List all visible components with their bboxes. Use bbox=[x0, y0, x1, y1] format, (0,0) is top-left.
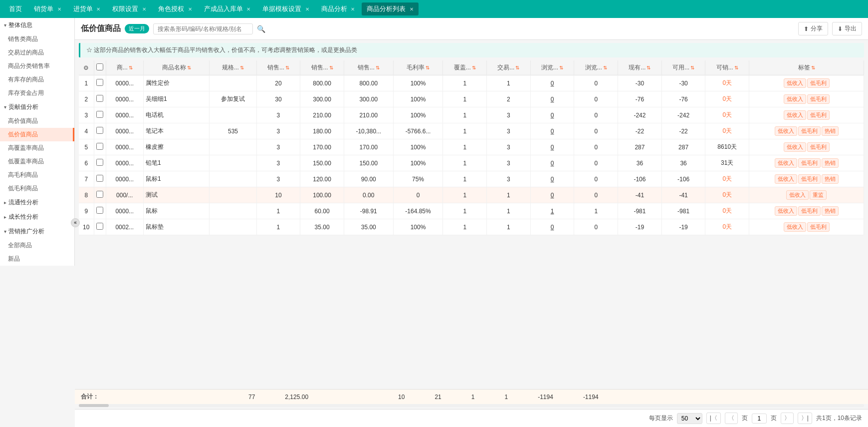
close-icon[interactable]: ✕ bbox=[305, 6, 309, 12]
th-name[interactable]: 商品名称⇅ bbox=[144, 60, 210, 75]
row-checkbox-cell[interactable] bbox=[94, 187, 106, 203]
row-checkbox-cell[interactable] bbox=[94, 139, 106, 155]
row-browse1[interactable]: 0 bbox=[530, 171, 574, 187]
browse-link[interactable]: 0 bbox=[551, 96, 554, 103]
row-checkbox-cell[interactable] bbox=[94, 203, 106, 219]
sidebar-section-liquidity[interactable]: ▸ 流通性分析 bbox=[0, 195, 74, 210]
sidebar-item-sales-category[interactable]: 销售类商品 bbox=[0, 32, 74, 46]
sidebar-item-low-margin[interactable]: 低毛利商品 bbox=[0, 182, 74, 195]
export-button[interactable]: ⬇ 导出 bbox=[832, 22, 862, 35]
sidebar-item-high-coverage[interactable]: 高覆盖率商品 bbox=[0, 141, 74, 155]
nav-home[interactable]: 首页 bbox=[4, 2, 27, 15]
sidebar-item-new-products[interactable]: 新品 bbox=[0, 252, 74, 266]
sidebar-section-marketing[interactable]: ▾ 营销推广分析 bbox=[0, 224, 74, 239]
row-checkbox[interactable] bbox=[96, 111, 103, 118]
row-browse1[interactable]: 1 bbox=[530, 203, 574, 219]
nav-product-analysis[interactable]: 商品分析 ✕ bbox=[316, 2, 360, 15]
sidebar-section-general[interactable]: ▾ 整体信息 bbox=[0, 18, 74, 32]
browse-link[interactable]: 0 bbox=[551, 144, 554, 151]
sidebar-item-high-margin[interactable]: 高毛利商品 bbox=[0, 168, 74, 182]
th-spec[interactable]: 规格...⇅ bbox=[210, 60, 256, 75]
browse-link[interactable]: 0 bbox=[551, 224, 554, 231]
th-code[interactable]: 商...⇅ bbox=[106, 60, 144, 75]
th-saleable[interactable]: 可销...⇅ bbox=[705, 60, 749, 75]
close-icon[interactable]: ✕ bbox=[246, 6, 250, 12]
browse-link[interactable]: 0 bbox=[551, 192, 554, 199]
nav-template[interactable]: 单据模板设置 ✕ bbox=[257, 2, 314, 15]
nav-product-in[interactable]: 产成品入库单 ✕ bbox=[199, 2, 256, 15]
row-checkbox[interactable] bbox=[96, 143, 103, 150]
select-all-checkbox[interactable] bbox=[96, 63, 103, 70]
sidebar-item-capital[interactable]: 库存资金占用 bbox=[0, 86, 74, 100]
nav-product-analysis-list[interactable]: 商品分析列表 ✕ bbox=[362, 2, 419, 15]
prev-page-button[interactable]: 〈 bbox=[725, 413, 738, 424]
close-icon[interactable]: ✕ bbox=[57, 6, 61, 12]
th-avg-amount[interactable]: 销售...⇅ bbox=[344, 60, 393, 75]
close-icon[interactable]: ✕ bbox=[410, 6, 414, 12]
th-tags[interactable]: 标签⇅ bbox=[749, 60, 864, 75]
row-checkbox-cell[interactable] bbox=[94, 107, 106, 123]
nav-purchase[interactable]: 进货单 ✕ bbox=[68, 2, 106, 15]
search-input[interactable] bbox=[153, 23, 253, 34]
row-browse1[interactable]: 0 bbox=[530, 75, 574, 91]
row-browse1[interactable]: 0 bbox=[530, 219, 574, 235]
browse-link[interactable]: 0 bbox=[551, 160, 554, 167]
row-checkbox[interactable] bbox=[96, 191, 103, 198]
row-checkbox[interactable] bbox=[96, 175, 103, 182]
nav-role[interactable]: 角色授权 ✕ bbox=[153, 2, 197, 15]
row-checkbox[interactable] bbox=[96, 223, 103, 230]
row-checkbox-cell[interactable] bbox=[94, 123, 106, 139]
row-browse1[interactable]: 0 bbox=[530, 187, 574, 203]
th-stock[interactable]: 现有...⇅ bbox=[618, 60, 662, 75]
sidebar-item-all-products[interactable]: 全部商品 bbox=[0, 239, 74, 252]
close-icon[interactable]: ✕ bbox=[351, 6, 355, 12]
row-checkbox-cell[interactable] bbox=[94, 219, 106, 235]
sidebar-item-high-value[interactable]: 高价值商品 bbox=[0, 114, 74, 128]
row-checkbox-cell[interactable] bbox=[94, 155, 106, 171]
sidebar-section-growth[interactable]: ▸ 成长性分析 bbox=[0, 210, 74, 224]
th-qty[interactable]: 销售...⇅ bbox=[256, 60, 300, 75]
sidebar-item-in-stock[interactable]: 有库存的商品 bbox=[0, 73, 74, 86]
th-amount[interactable]: 销售...⇅ bbox=[300, 60, 344, 75]
search-icon[interactable]: 🔍 bbox=[257, 25, 265, 33]
row-checkbox[interactable] bbox=[96, 127, 103, 134]
sidebar-item-low-value[interactable]: 低价值商品 bbox=[0, 128, 74, 141]
nav-permission[interactable]: 权限设置 ✕ bbox=[107, 2, 151, 15]
time-badge[interactable]: 近一月 bbox=[125, 24, 149, 33]
gear-icon[interactable]: ⚙ bbox=[83, 64, 89, 71]
row-checkbox-cell[interactable] bbox=[94, 75, 106, 91]
th-checkbox[interactable] bbox=[94, 60, 106, 75]
row-browse1[interactable]: 0 bbox=[530, 155, 574, 171]
row-checkbox-cell[interactable] bbox=[94, 171, 106, 187]
row-checkbox[interactable] bbox=[96, 95, 103, 102]
th-browse1[interactable]: 浏览...⇅ bbox=[530, 60, 574, 75]
row-browse1[interactable]: 0 bbox=[530, 91, 574, 107]
close-icon[interactable]: ✕ bbox=[188, 6, 192, 12]
th-coverage[interactable]: 覆盖...⇅ bbox=[443, 60, 487, 75]
close-icon[interactable]: ✕ bbox=[142, 6, 146, 12]
th-browse2[interactable]: 浏览...⇅ bbox=[574, 60, 618, 75]
row-checkbox[interactable] bbox=[96, 79, 103, 86]
browse-link[interactable]: 0 bbox=[551, 128, 554, 135]
row-browse1[interactable]: 0 bbox=[530, 107, 574, 123]
close-icon[interactable]: ✕ bbox=[96, 6, 100, 12]
sidebar-section-contribution[interactable]: ▾ 贡献值分析 bbox=[0, 100, 74, 114]
sidebar-item-low-coverage[interactable]: 低覆盖率商品 bbox=[0, 155, 74, 168]
browse-link[interactable]: 1 bbox=[551, 208, 554, 215]
row-checkbox-cell[interactable] bbox=[94, 91, 106, 107]
row-browse1[interactable]: 0 bbox=[530, 123, 574, 139]
row-checkbox[interactable] bbox=[96, 159, 103, 166]
row-checkbox[interactable] bbox=[96, 207, 103, 214]
sidebar-item-traded[interactable]: 交易过的商品 bbox=[0, 46, 74, 59]
last-page-button[interactable]: 〉| bbox=[798, 413, 812, 424]
browse-link[interactable]: 0 bbox=[551, 176, 554, 183]
next-page-button[interactable]: 〉 bbox=[781, 413, 794, 424]
share-button[interactable]: ⬆ 分享 bbox=[798, 22, 828, 35]
sidebar-item-category-sales-rate[interactable]: 商品分类销售率 bbox=[0, 59, 74, 73]
th-transaction[interactable]: 交易...⇅ bbox=[487, 60, 531, 75]
row-browse1[interactable]: 0 bbox=[530, 139, 574, 155]
horizontal-scrollbar[interactable] bbox=[79, 404, 864, 407]
th-margin-rate[interactable]: 毛利率⇅ bbox=[393, 60, 443, 75]
browse-link[interactable]: 0 bbox=[551, 80, 554, 87]
browse-link[interactable]: 0 bbox=[551, 112, 554, 119]
